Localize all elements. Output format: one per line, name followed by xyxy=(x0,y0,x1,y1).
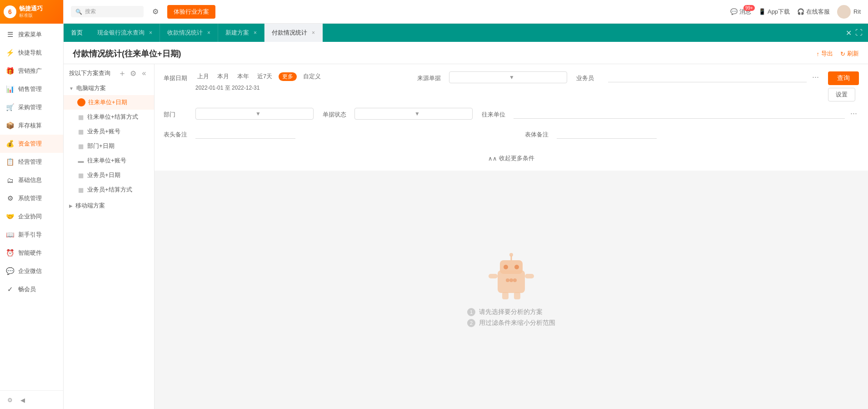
scheme-bar-icon: ▬ xyxy=(77,157,85,164)
page-title: 付款情况统计(往来单位+日期) xyxy=(73,48,181,59)
main-area: 🔍 搜索 ⚙ 体验行业方案 💬 消息 99+ 📱 App下载 🎧 在线客服 Ri… xyxy=(64,0,868,409)
tab-bank[interactable]: 现金银行流水查询 × xyxy=(90,24,160,42)
date-option-last-month[interactable]: 上月 xyxy=(195,71,211,81)
search-menu-icon: ☰ xyxy=(5,30,15,39)
page-header: 付款情况统计(往来单位+日期) ↑ 导出 ↻ 刷新 xyxy=(64,42,868,64)
trial-button[interactable]: 体验行业方案 xyxy=(167,5,215,19)
tab-receipts[interactable]: 收款情况统计 × xyxy=(160,24,218,42)
export-button[interactable]: ↑ 导出 xyxy=(817,50,833,58)
tab-payments[interactable]: 付款情况统计 × xyxy=(264,24,323,42)
scheme-group-desktop-header[interactable]: ▼ 电脑端方案 xyxy=(64,81,154,95)
tab-new-plan[interactable]: 新建方案 × xyxy=(218,24,264,42)
salesperson-ellipsis-icon[interactable]: ··· xyxy=(810,72,821,82)
refresh-button[interactable]: ↻ 刷新 xyxy=(840,50,859,58)
sidebar-item-guide[interactable]: 📖 新手引导 xyxy=(0,226,63,244)
counterpart-group: ··· xyxy=(514,108,859,119)
tab-home[interactable]: 首页 xyxy=(64,24,90,42)
source-select[interactable]: ▼ xyxy=(449,71,567,83)
add-scheme-button[interactable]: ＋ xyxy=(118,69,127,78)
tab-payments-close[interactable]: × xyxy=(312,30,315,36)
date-option-7days[interactable]: 近7天 xyxy=(255,71,274,81)
topbar-gear-icon[interactable]: ⚙ xyxy=(149,5,162,18)
scheme-item-label: 往来单位+账号 xyxy=(87,157,126,165)
svg-point-12 xyxy=(513,278,517,282)
filter-row-2: 部门 ▼ 单据状态 ▼ 往来单位 ··· xyxy=(164,108,859,121)
sidebar-item-search[interactable]: ☰ 搜索菜单 xyxy=(0,25,63,44)
sidebar-item-inventory[interactable]: 📦 库存核算 xyxy=(0,116,63,135)
svg-rect-8 xyxy=(502,292,509,299)
scheme-item-6[interactable]: ▦ 业务员+结算方式 xyxy=(64,182,154,197)
voucher-status-select[interactable]: ▼ xyxy=(354,108,473,120)
sidebar-item-label: 经营管理 xyxy=(18,158,42,166)
date-option-more[interactable]: 更多 xyxy=(279,72,297,81)
page-content: 付款情况统计(往来单位+日期) ↑ 导出 ↻ 刷新 按以下方案查询 ＋ xyxy=(64,42,868,409)
expand-tabs-icon[interactable]: ⛶ xyxy=(855,29,863,37)
app-label: App下载 xyxy=(768,8,790,16)
sidebar-item-enterprise[interactable]: 🤝 企业协同 xyxy=(0,207,63,226)
scheme-item-5[interactable]: ▦ 业务员+日期 xyxy=(64,168,154,182)
sidebar-item-nav[interactable]: ⚡ 快捷导航 xyxy=(0,44,63,62)
scheme-settings-button[interactable]: ⚙ xyxy=(129,69,138,78)
sidebar-item-basic[interactable]: 🗂 基础信息 xyxy=(0,171,63,189)
sidebar-item-operations[interactable]: 📋 经营管理 xyxy=(0,153,63,171)
enterprise-icon: 🤝 xyxy=(5,212,15,221)
sidebar-item-hardware[interactable]: ⏰ 智能硬件 xyxy=(0,244,63,262)
message-button[interactable]: 💬 消息 99+ xyxy=(730,8,751,16)
service-label: 在线客服 xyxy=(806,8,830,16)
scheme-item-4[interactable]: ▬ 往来单位+账号 xyxy=(64,153,154,168)
scheme-panel-header: 按以下方案查询 ＋ ⚙ « xyxy=(64,69,154,81)
svg-point-3 xyxy=(514,265,519,269)
sidebar-item-label: 新手引导 xyxy=(18,231,42,239)
logo-subtitle: 标准版 xyxy=(19,12,43,19)
collapse-more-button[interactable]: ∧∧ 收起更多条件 xyxy=(484,151,538,166)
sidebar-item-sales[interactable]: 📊 销售管理 xyxy=(0,80,63,98)
finance-icon: 💰 xyxy=(5,139,15,148)
system-icon: ⚙ xyxy=(5,194,15,203)
scheme-item-2[interactable]: ▦ 业务员+账号 xyxy=(64,124,154,139)
dept-select[interactable]: ▼ xyxy=(195,108,314,120)
sidebar-item-finance[interactable]: 💰 资金管理 xyxy=(0,135,63,153)
sidebar-item-marketing[interactable]: 🎁 营销推广 xyxy=(0,62,63,80)
app-download-button[interactable]: 📱 App下载 xyxy=(758,8,790,16)
date-option-custom[interactable]: 自定义 xyxy=(301,71,323,81)
date-option-this-month[interactable]: 本月 xyxy=(215,71,231,81)
operations-icon: 📋 xyxy=(5,157,15,167)
filter-row-1: 单据日期 上月 本月 本年 近7天 更多 自定义 2022-01-01 至 20… xyxy=(164,71,859,101)
scheme-item-0[interactable]: 往来单位+日期 xyxy=(64,95,154,110)
collapse-sidebar-icon[interactable]: ◀ xyxy=(18,395,27,404)
salesperson-input[interactable] xyxy=(608,71,807,82)
logo-text-group: 畅捷通巧 标准版 xyxy=(19,5,43,19)
settings-button[interactable]: 设置 xyxy=(828,88,855,101)
counterpart-ellipsis-icon[interactable]: ··· xyxy=(848,109,859,118)
query-button[interactable]: 查询 xyxy=(828,71,859,85)
header-note-input[interactable] xyxy=(195,128,295,139)
sidebar-menu: ☰ 搜索菜单 ⚡ 快捷导航 🎁 营销推广 📊 销售管理 🛒 采购管理 📦 库存核… xyxy=(0,24,63,390)
counterpart-input[interactable] xyxy=(514,108,845,119)
sidebar-item-wechat[interactable]: 💬 企业微信 xyxy=(0,262,63,280)
hint-text-1: 请先选择要分析的方案 xyxy=(479,308,543,316)
scheme-item-1[interactable]: ▦ 往来单位+结算方式 xyxy=(64,110,154,124)
scheme-group-mobile-header[interactable]: ▶ 移动端方案 xyxy=(64,199,154,212)
sidebar-item-system[interactable]: ⚙ 系统管理 xyxy=(0,189,63,207)
settings-footer-icon[interactable]: ⚙ xyxy=(5,395,15,404)
close-all-tabs-icon[interactable]: ✕ xyxy=(846,29,852,37)
topbar-search-box[interactable]: 🔍 搜索 xyxy=(71,6,144,17)
scheme-item-3[interactable]: ▦ 部门+日期 xyxy=(64,139,154,153)
tab-new-plan-close[interactable]: × xyxy=(254,30,257,36)
sidebar-item-purchase[interactable]: 🛒 采购管理 xyxy=(0,98,63,116)
result-area: 1 请先选择要分析的方案 2 用过滤条件来缩小分析范围 xyxy=(155,171,868,409)
body-note-label: 表体备注 xyxy=(525,128,557,141)
tab-bank-close[interactable]: × xyxy=(149,30,152,36)
collapse-scheme-button[interactable]: « xyxy=(140,69,149,78)
body-note-input[interactable] xyxy=(557,128,657,139)
chevron-right-icon: ▶ xyxy=(69,203,73,208)
chevron-down-icon: ▼ xyxy=(69,86,74,91)
sidebar-item-member[interactable]: ✓ 畅会员 xyxy=(0,280,63,298)
tabs-wrapper: 首页 现金银行流水查询 × 收款情况统计 × 新建方案 × 付款情况统计 × ✕… xyxy=(64,24,868,42)
svg-point-2 xyxy=(504,265,508,269)
tab-receipts-close[interactable]: × xyxy=(207,30,210,36)
date-option-this-year[interactable]: 本年 xyxy=(235,71,251,81)
sidebar-item-label: 系统管理 xyxy=(18,194,42,202)
service-button[interactable]: 🎧 在线客服 xyxy=(797,8,830,16)
user-area[interactable]: Rit xyxy=(837,5,861,19)
